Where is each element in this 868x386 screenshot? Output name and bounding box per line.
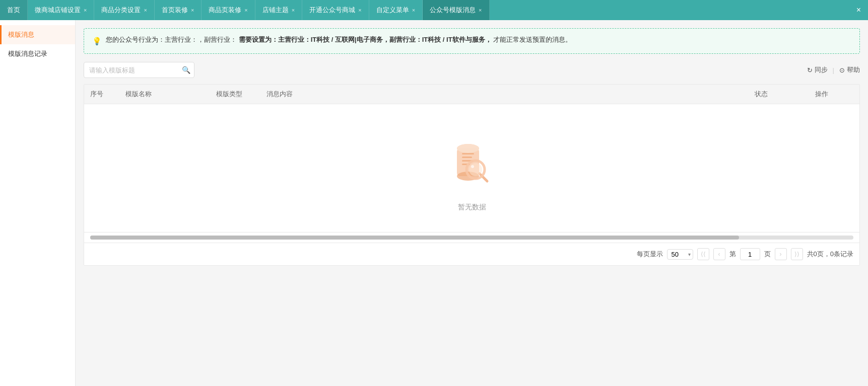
scrollbar-thumb [90,236,739,240]
close-all-icon: × [856,6,861,15]
pagination-bar: 每页显示 50 20 100 ▾ ⟨⟨ ‹ 第 页 › ⟩⟩ 共0页，0条记录 [84,243,859,265]
horizontal-scrollbar[interactable] [84,232,859,243]
nav-homepage[interactable]: 首页装修 × [155,0,202,20]
svg-rect-4 [462,153,474,155]
col-action: 操作 [809,85,859,104]
empty-text: 暂无数据 [458,203,486,212]
notice-suffix: 才能正常发送预置的消息。 [493,36,572,43]
help-label: 帮助 [847,65,860,74]
nav-custom-menu-close[interactable]: × [412,7,415,13]
nav-category[interactable]: 商品分类设置 × [94,0,154,20]
sync-button[interactable]: ↻ 同步 [807,65,828,74]
notice-highlight: 需要设置为：主营行业：IT科技 / 互联网|电子商务，副营行业：IT科技 / I… [239,36,492,43]
nav-wechat-shop[interactable]: 开通公众号商城 × [302,0,369,20]
page-size-label: 每页显示 [637,250,663,259]
empty-state: 暂无数据 [84,104,859,232]
nav-home-label: 首页 [7,6,20,15]
nav-weshop-label: 微商城店铺设置 [35,6,81,15]
col-status: 状态 [749,85,809,104]
page-size-selector: 50 20 100 ▾ [667,249,693,260]
page-label: 页 [764,250,771,259]
content-area: 💡 您的公众号行业为：主营行业：，副营行业： 需要设置为：主营行业：IT科技 /… [76,20,868,386]
help-icon: ⊙ [839,66,845,74]
nav-weshop-close[interactable]: × [84,7,87,13]
col-index: 序号 [84,85,119,104]
nav-product-page[interactable]: 商品页装修 × [202,0,255,20]
notice-text: 您的公众号行业为：主营行业：，副营行业： 需要设置为：主营行业：IT科技 / 互… [106,35,572,45]
nav-custom-menu[interactable]: 自定义菜单 × [369,0,423,20]
svg-rect-5 [462,157,472,158]
divider: | [833,66,834,74]
notice-prefix: 您的公众号行业为：主营行业：，副营行业： [106,36,237,43]
notice-box: 💡 您的公众号行业为：主营行业：，副营行业： 需要设置为：主营行业：IT科技 /… [84,28,860,54]
nav-theme-label: 店铺主题 [262,6,289,15]
nav-template-msg-close[interactable]: × [479,7,482,13]
col-content: 消息内容 [260,85,749,104]
next-page-button[interactable]: › [775,248,787,260]
sidebar-item-template-msg[interactable]: 模版消息 [0,25,75,44]
global-close-button[interactable]: × [849,0,868,20]
search-left: 🔍 [84,62,194,78]
nav-custom-menu-label: 自定义菜单 [376,6,409,15]
nav-weshop[interactable]: 微商城店铺设置 × [28,0,94,20]
empty-illustration [442,134,502,195]
page-number-input[interactable] [740,248,760,260]
search-bar: 🔍 ↻ 同步 | ⊙ 帮助 [84,62,860,78]
nav-theme-close[interactable]: × [292,7,295,13]
main-layout: 模版消息 模版消息记录 💡 您的公众号行业为：主营行业：，副营行业： 需要设置为… [0,20,868,386]
help-button[interactable]: ⊙ 帮助 [839,65,860,74]
nav-category-close[interactable]: × [144,7,147,13]
svg-point-10 [469,163,482,176]
search-right: ↻ 同步 | ⊙ 帮助 [807,65,860,74]
col-type: 模版类型 [210,85,260,104]
total-label: 共0页，0条记录 [807,250,853,259]
sync-label: 同步 [815,65,828,74]
sidebar-item-template-record[interactable]: 模版消息记录 [0,44,75,63]
nav-wechat-shop-label: 开通公众号商城 [309,6,355,15]
sidebar-item-template-msg-label: 模版消息 [8,31,34,38]
nav-template-msg[interactable]: 公众号模版消息 × [423,0,489,20]
page-di-label: 第 [729,250,736,259]
nav-product-page-close[interactable]: × [244,7,247,13]
table-header: 序号 模版名称 模版类型 消息内容 状态 操作 [84,85,859,104]
last-page-button[interactable]: ⟩⟩ [791,248,803,260]
search-icon[interactable]: 🔍 [182,66,190,74]
first-page-button[interactable]: ⟨⟨ [697,248,709,260]
nav-template-msg-label: 公众号模版消息 [430,6,476,15]
page-size-select[interactable]: 50 20 100 [667,249,693,260]
sidebar-item-template-record-label: 模版消息记录 [8,50,47,57]
sidebar: 模版消息 模版消息记录 [0,20,76,386]
nav-homepage-label: 首页装修 [162,6,188,15]
nav-product-page-label: 商品页装修 [209,6,241,15]
top-nav: 首页 微商城店铺设置 × 商品分类设置 × 首页装修 × 商品页装修 × 店铺主… [0,0,868,20]
svg-point-3 [457,144,479,153]
col-name: 模版名称 [119,85,210,104]
nav-theme[interactable]: 店铺主题 × [255,0,302,20]
nav-homepage-close[interactable]: × [191,7,194,13]
nav-home[interactable]: 首页 [0,0,28,20]
nav-category-label: 商品分类设置 [101,6,141,15]
scrollbar-track [90,236,853,240]
search-input[interactable] [84,62,194,78]
notice-icon: 💡 [92,35,102,47]
refresh-icon: ↻ [807,66,813,74]
nav-wechat-shop-close[interactable]: × [358,7,361,13]
svg-point-11 [471,165,474,168]
data-table: 序号 模版名称 模版类型 消息内容 状态 操作 [84,84,860,266]
prev-page-button[interactable]: ‹ [713,248,725,260]
search-input-wrap: 🔍 [84,62,194,78]
